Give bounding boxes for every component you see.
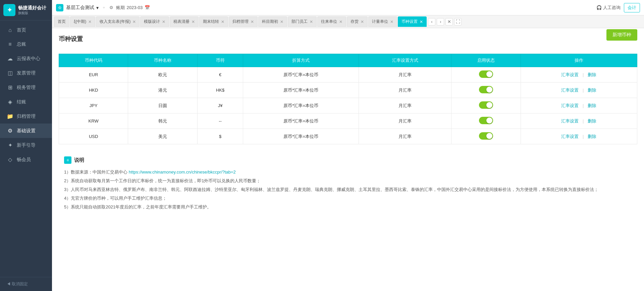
logo-icon: ✦ [3,4,15,16]
sidebar-item-archive[interactable]: 📁 归档管理 [0,109,52,124]
cell-status [451,83,521,98]
ledger-icon: ≡ [7,41,13,47]
cell-rate-method: 月汇率 [359,129,451,144]
tab-income[interactable]: 收入支出表(年报) ✕ [96,16,140,27]
sidebar-item-checkout[interactable]: ◈ 结账 [0,95,52,109]
rate-setting-link[interactable]: 汇率设置 [561,134,579,139]
action-separator: | [583,88,584,93]
tab-expand-btn[interactable]: ⛶ [454,18,462,26]
tab-prev-btn[interactable]: ‹ [428,18,435,26]
tab-label: 模版设计 [144,19,160,25]
tab-close-icon[interactable]: ✕ [88,19,92,24]
cell-symbol: -- [197,113,243,129]
sidebar-item-guide[interactable]: ✦ 新手引导 [0,138,52,152]
tab-tax[interactable]: 税表清册 ✕ [170,16,199,27]
status-toggle[interactable] [479,117,493,124]
tab-close-icon[interactable]: ✕ [390,19,393,24]
col-status: 启用状态 [451,54,521,67]
rate-setting-link[interactable]: 汇率设置 [561,88,579,93]
tab-home[interactable]: 首页 [54,16,69,27]
tab-subject-init[interactable]: 科目期初 ✕ [258,16,287,27]
action-separator: | [583,72,584,77]
sidebar-unpin[interactable]: ◀ 取消固定 [0,277,52,291]
kuaiji-btn[interactable]: 会计 [624,3,640,12]
cell-rate-method: 月汇率 [359,98,451,113]
status-toggle[interactable] [479,101,493,109]
col-actions: 操作 [521,54,637,67]
col-rate-method: 汇率设置方式 [359,54,451,67]
sidebar-item-reports[interactable]: ☁ 云报表中心 [0,51,52,66]
delete-link[interactable]: 删除 [588,103,596,108]
rate-setting-link[interactable]: 汇率设置 [561,103,579,108]
sidebar-item-label: 结账 [17,99,26,105]
tab-close-icon[interactable]: ✕ [162,19,165,24]
tab-units[interactable]: 往来单位 ✕ [317,16,346,27]
delete-link[interactable]: 删除 [588,134,596,139]
toggle-knob [486,117,492,124]
tab-close-icon[interactable]: ✕ [339,19,342,24]
sidebar-item-label: 基础设置 [17,128,36,134]
tab-close-all-btn[interactable]: ✕ [445,18,453,26]
tab-measure[interactable]: 计量单位 ✕ [368,16,397,27]
cell-calc: 原币*汇率=本位币 [243,98,359,113]
period-value: 2023-03 [127,5,143,10]
company-name[interactable]: 基层工会测试 ▾ [66,5,99,11]
main-area: 会 基层工会测试 ▾ + ⚙ 账期 2023-03 📅 🎧 人工咨询 会计 首页 [52,0,644,291]
sidebar-nav: ⌂ 首页 ≡ 总账 ☁ 云报表中心 ◫ 发票管理 ⊞ 税务管理 ◈ 结账 📁 归… [0,20,52,277]
sidebar-item-tax[interactable]: ⊞ 税务管理 [0,80,52,95]
table-body: EUR 欧元 € 原币*汇率=本位币 月汇率 汇率设置 | 删除 HKD 港元 … [59,67,637,144]
status-toggle[interactable] [479,132,493,140]
tab-close-icon[interactable]: ✕ [420,19,423,24]
tab-template[interactable]: 模版设计 ✕ [140,16,169,27]
sidebar-item-home[interactable]: ⌂ 首页 [0,23,52,37]
cell-actions: 汇率设置 | 删除 [521,113,637,129]
tab-currency[interactable]: 币种设置 ✕ [398,16,427,27]
chinamoney-link[interactable]: https://www.chinamoney.com.cn/chinese/bk… [129,169,236,175]
topbar-right: 🎧 人工咨询 会计 [596,3,640,12]
tab-close-icon[interactable]: ✕ [132,19,136,24]
delete-link[interactable]: 删除 [588,72,596,77]
sidebar-item-label: 发票管理 [17,70,36,76]
tab-inventory[interactable]: 存货 ✕ [347,16,368,27]
action-separator: | [583,103,584,108]
cell-rate-method: 月汇率 [359,113,451,129]
sidebar-item-member[interactable]: ◇ 畅会员 [0,152,52,167]
tab-close-icon[interactable]: ✕ [280,19,283,24]
tab-dept[interactable]: 部门员工 ✕ [288,16,317,27]
tab-close-icon[interactable]: ✕ [361,19,364,24]
new-currency-button[interactable]: 新增币种 [606,29,637,41]
sidebar-item-invoice[interactable]: ◫ 发票管理 [0,66,52,80]
tab-close-icon[interactable]: ✕ [192,19,195,24]
sidebar-item-settings[interactable]: ⚙ 基础设置 [0,124,52,138]
tab-period-end[interactable]: 期末结转 ✕ [199,16,228,27]
col-name: 币种名称 [128,54,197,67]
tab-close-icon[interactable]: ✕ [221,19,224,24]
settings-gear-icon[interactable]: ⚙ [109,5,113,10]
service-btn[interactable]: 🎧 人工咨询 [596,5,621,11]
cell-status [451,98,521,113]
guide-icon: ✦ [7,142,13,148]
status-toggle[interactable] [479,70,493,78]
tab-archive[interactable]: 归档管理 ✕ [229,16,258,27]
cell-code: EUR [59,67,128,83]
tab-label: 往来单位 [321,19,337,25]
topbar-divider: + [103,5,105,10]
rate-setting-link[interactable]: 汇率设置 [561,72,579,77]
tab-close-icon[interactable]: ✕ [310,19,313,24]
cell-code: USD [59,129,128,144]
cell-status [451,113,521,129]
app-name: 畅捷通好会计 [18,5,46,11]
list-item: 4）无官方牌价的币种，可以用户手工维护汇率信息； [64,194,632,203]
cell-rate-method: 月汇率 [359,83,451,98]
calendar-icon[interactable]: 📅 [145,5,150,10]
delete-link[interactable]: 删除 [588,88,596,93]
tab-close-icon[interactable]: ✕ [251,19,254,24]
tab-balance[interactable]: ξ(中期) ✕ [70,16,95,27]
delete-link[interactable]: 删除 [588,118,596,124]
col-symbol: 币符 [197,54,243,67]
page-title: 币种设置 [59,35,83,43]
sidebar-item-ledger[interactable]: ≡ 总账 [0,37,52,51]
rate-setting-link[interactable]: 汇率设置 [561,118,579,124]
status-toggle[interactable] [479,86,493,93]
tab-next-btn[interactable]: › [437,18,444,26]
